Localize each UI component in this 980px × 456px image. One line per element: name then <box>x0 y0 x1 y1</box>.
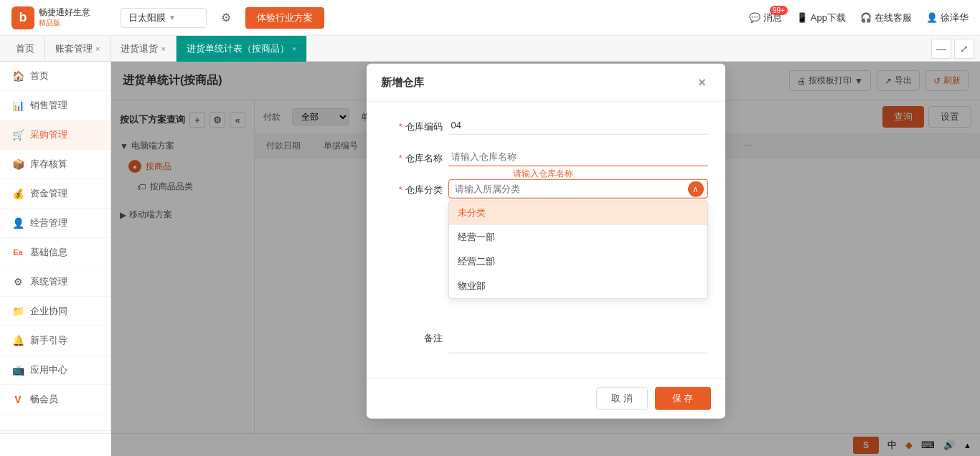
tab-home-label: 首页 <box>16 42 34 55</box>
home-icon: 🏠 <box>11 70 24 82</box>
headphone-icon: 🎧 <box>860 12 872 23</box>
store-dropdown-arrow: ▼ <box>169 14 176 22</box>
basic-info-icon: Ea <box>11 246 24 259</box>
sidebar-sales-label: 销售管理 <box>30 99 67 112</box>
sales-icon: 📊 <box>11 99 24 112</box>
sidebar-item-guide[interactable]: 🔔 新手引导 <box>0 326 110 356</box>
tab-bar: 首页 账套管理 × 进货退货 × 进货单统计表（按商品） × — ⤢ <box>0 36 980 62</box>
tab-account[interactable]: 账套管理 × <box>45 36 110 62</box>
sidebar: 🏠 首页 📊 销售管理 🛒 采购管理 📦 库存核算 💰 资金管理 👤 经营管理 … <box>0 62 111 456</box>
sidebar-item-finance[interactable]: 💰 资金管理 <box>0 179 110 209</box>
category-input[interactable] <box>448 179 708 199</box>
sidebar-home-label: 首页 <box>30 70 49 82</box>
modal-header: 新增仓库 × <box>367 64 725 102</box>
save-button[interactable]: 保 存 <box>655 387 711 410</box>
sidebar-item-sales[interactable]: 📊 销售管理 <box>0 91 110 120</box>
cancel-button[interactable]: 取 消 <box>596 387 648 410</box>
message-btn[interactable]: 💬 消息 99+ <box>749 11 782 24</box>
operations-icon: 👤 <box>11 217 24 229</box>
tab-purchase-return[interactable]: 进货退货 × <box>110 36 176 62</box>
modal-body: * 仓库编码 * 仓库名称 请输入仓库名称 <box>367 102 725 378</box>
sidebar-item-operations[interactable]: 👤 经营管理 <box>0 209 110 238</box>
tab-minimize-btn[interactable]: — <box>931 39 951 59</box>
sidebar-item-purchase[interactable]: 🛒 采购管理 <box>0 120 110 150</box>
app-download-btn[interactable]: 📱 App下载 <box>796 11 846 24</box>
warehouse-code-input[interactable] <box>448 116 708 135</box>
sidebar-item-member[interactable]: V 畅会员 <box>0 385 110 414</box>
sidebar-item-system[interactable]: ⚙ 系统管理 <box>0 267 110 297</box>
form-row-name: * 仓库名称 请输入仓库名称 <box>384 148 708 166</box>
name-label: * 仓库名称 <box>384 148 448 165</box>
tab-expand-btn[interactable]: ⤢ <box>954 39 974 59</box>
warehouse-name-input[interactable] <box>448 148 708 166</box>
category-label: * 仓库分类 <box>384 179 448 196</box>
enterprise-icon: 📁 <box>11 305 24 318</box>
category-dropdown: 未分类 经营一部 经营二部 物业部 <box>448 200 708 299</box>
inventory-icon: 📦 <box>11 158 24 171</box>
required-star-code: * <box>399 121 405 132</box>
tab-purchase-stat-label: 进货单统计表（按商品） <box>187 42 289 55</box>
dropdown-item-dept3[interactable]: 物业部 <box>449 274 707 298</box>
customer-service-btn[interactable]: 🎧 在线客服 <box>860 11 912 24</box>
modal-close-button[interactable]: × <box>694 74 711 91</box>
category-select-wrap: ∧ 未分类 经营一部 经营二部 物业部 <box>448 179 708 199</box>
category-dropdown-toggle[interactable]: ∧ <box>688 181 704 196</box>
header-right: 💬 消息 99+ 📱 App下载 🎧 在线客服 👤 徐泽华 <box>749 11 969 24</box>
user-profile-btn[interactable]: 👤 徐泽华 <box>926 11 969 24</box>
sidebar-operations-label: 经营管理 <box>30 217 67 229</box>
modal-title: 新增仓库 <box>381 75 424 89</box>
sidebar-item-basic-info[interactable]: Ea 基础信息 <box>0 238 110 267</box>
dropdown-item-uncategorized[interactable]: 未分类 <box>449 201 707 225</box>
name-error-message: 请输入仓库名称 <box>513 168 573 180</box>
sidebar-purchase-label: 采购管理 <box>30 128 67 141</box>
tab-home[interactable]: 首页 <box>6 36 45 62</box>
modal-footer: 取 消 保 存 <box>367 378 725 419</box>
trial-button[interactable]: 体验行业方案 <box>245 7 324 29</box>
sidebar-basic-info-label: 基础信息 <box>30 246 67 259</box>
top-header: b 畅捷通好生意 精品版 日太阳膜 ▼ ⚙ 体验行业方案 💬 消息 99+ 📱 … <box>0 0 980 36</box>
settings-icon[interactable]: ⚙ <box>215 7 237 29</box>
sidebar-app-center-label: 应用中心 <box>30 364 67 376</box>
purchase-icon: 🛒 <box>11 128 24 141</box>
tab-purchase-stat-close[interactable]: × <box>292 44 296 53</box>
main-layout: 🏠 首页 📊 销售管理 🛒 采购管理 📦 库存核算 💰 资金管理 👤 经营管理 … <box>0 62 980 456</box>
sidebar-system-label: 系统管理 <box>30 275 67 288</box>
sidebar-item-inventory[interactable]: 📦 库存核算 <box>0 150 110 179</box>
tab-right-buttons: — ⤢ <box>931 39 974 59</box>
sidebar-item-app-center[interactable]: 📺 应用中心 <box>0 356 110 385</box>
code-label: * 仓库编码 <box>384 116 448 133</box>
sidebar-guide-label: 新手引导 <box>30 334 67 347</box>
logo-area: b 畅捷通好生意 精品版 <box>11 6 112 29</box>
form-row-remark: 备注 <box>384 328 708 353</box>
tab-purchase-stat[interactable]: 进货单统计表（按商品） × <box>176 36 307 62</box>
member-icon: V <box>11 393 24 406</box>
form-row-code: * 仓库编码 <box>384 116 708 135</box>
sidebar-inventory-label: 库存核算 <box>30 158 67 171</box>
tab-purchase-return-close[interactable]: × <box>161 44 165 53</box>
mobile-icon: 📱 <box>796 12 808 23</box>
sidebar-enterprise-label: 企业协同 <box>30 305 67 318</box>
system-icon: ⚙ <box>11 275 24 288</box>
sidebar-member-label: 畅会员 <box>30 393 58 406</box>
message-icon: 💬 <box>749 12 760 23</box>
app-center-icon: 📺 <box>11 364 24 376</box>
remark-textarea[interactable] <box>448 328 708 353</box>
remark-label: 备注 <box>384 328 448 345</box>
required-star-category: * <box>399 184 405 195</box>
user-avatar: 👤 <box>926 12 938 23</box>
dropdown-item-dept1[interactable]: 经营一部 <box>449 225 707 250</box>
new-warehouse-modal: 新增仓库 × * 仓库编码 * 仓库名称 <box>367 64 725 419</box>
required-star-name: * <box>399 153 405 163</box>
message-badge: 99+ <box>770 6 788 15</box>
sidebar-item-home[interactable]: 🏠 首页 <box>0 62 110 91</box>
logo-icon: b <box>11 6 34 29</box>
store-name: 日太阳膜 <box>128 11 166 24</box>
dropdown-item-dept2[interactable]: 经营二部 <box>449 250 707 274</box>
store-selector[interactable]: 日太阳膜 ▼ <box>121 8 207 28</box>
sidebar-item-enterprise[interactable]: 📁 企业协同 <box>0 297 110 326</box>
tab-account-close[interactable]: × <box>95 44 100 53</box>
finance-icon: 💰 <box>11 187 24 200</box>
guide-icon: 🔔 <box>11 334 24 347</box>
sidebar-finance-label: 资金管理 <box>30 187 67 200</box>
tab-account-label: 账套管理 <box>55 42 93 55</box>
